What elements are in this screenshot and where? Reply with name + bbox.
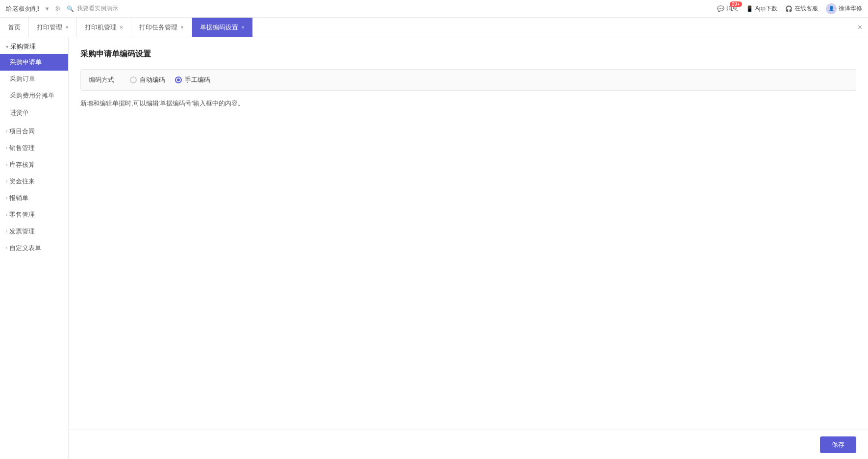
- sidebar-item-stock-in-label: 进货单: [10, 109, 29, 116]
- online-service-button[interactable]: 🎧 在线客服: [785, 4, 818, 13]
- tab-single-barcode-close[interactable]: ×: [241, 24, 245, 31]
- tab-home-label: 首页: [8, 23, 21, 32]
- main-layout: ▾ 采购管理 采购申请单 采购订单 采购费用分摊单 进货单 › 项目合同 › 销…: [0, 37, 868, 459]
- auto-code-radio[interactable]: 自动编码: [130, 76, 165, 84]
- tab-print-task-label: 打印任务管理: [139, 23, 177, 32]
- sidebar-item-capital[interactable]: › 资金往来: [0, 173, 68, 190]
- sidebar-item-retail[interactable]: › 零售管理: [0, 206, 68, 223]
- headset-icon: 🎧: [785, 5, 793, 12]
- app-logo: 给老板勿削!: [6, 4, 40, 13]
- gear-icon[interactable]: ⚙: [55, 5, 61, 12]
- search-icon: 🔍: [67, 5, 74, 12]
- top-bar-left: 给老板勿削! ▾ ⚙ 🔍 我要看实例演示: [6, 4, 118, 13]
- page-title: 采购申请单编码设置: [80, 49, 856, 59]
- search-placeholder-text: 我要看实例演示: [77, 4, 118, 13]
- sidebar-item-purchase-request-label: 采购申请单: [10, 58, 42, 66]
- app-icon: 📱: [746, 5, 753, 12]
- tab-home[interactable]: 首页: [0, 18, 29, 37]
- hint-text: 新增和编辑单据时,可以编辑'单据编码号'输入框中的内容。: [80, 99, 856, 109]
- sidebar-item-returns[interactable]: › 报销单: [0, 190, 68, 206]
- user-menu[interactable]: 👤 徐泽华修: [826, 3, 862, 14]
- tab-single-barcode-label: 单据编码设置: [200, 23, 238, 32]
- chevron-right-icon: ›: [6, 212, 7, 217]
- sidebar-item-invoice-label: 发票管理: [9, 227, 35, 236]
- content-footer: 保存: [69, 430, 868, 459]
- top-bar: 给老板勿削! ▾ ⚙ 🔍 我要看实例演示 💬 消息 99+ 📱 App下数 🎧 …: [0, 0, 868, 18]
- encoding-label: 编码方式: [89, 76, 118, 84]
- chevron-right-icon: ›: [6, 229, 7, 234]
- encoding-section: 编码方式 自动编码 手工编码: [80, 69, 856, 91]
- chevron-right-icon: ›: [6, 245, 7, 251]
- tab-bar-close-button[interactable]: ×: [852, 23, 868, 32]
- tab-printer-manage[interactable]: 打印机管理 ×: [77, 18, 131, 37]
- chevron-right-icon: ›: [6, 195, 7, 201]
- sidebar-item-inventory[interactable]: › 库存核算: [0, 156, 68, 173]
- tab-bar: 首页 打印管理 × 打印机管理 × 打印任务管理 × 单据编码设置 × ×: [0, 18, 868, 37]
- chevron-right-icon: ›: [6, 145, 7, 151]
- sidebar: ▾ 采购管理 采购申请单 采购订单 采购费用分摊单 进货单 › 项目合同 › 销…: [0, 37, 69, 459]
- online-service-label: 在线客服: [794, 4, 818, 13]
- sidebar-item-capital-label: 资金往来: [9, 177, 35, 186]
- sidebar-item-custom-form[interactable]: › 自定义表单: [0, 240, 68, 256]
- app-download-button[interactable]: 📱 App下数: [746, 4, 777, 13]
- content-area: 采购申请单编码设置 编码方式 自动编码 手工编码 新增和编辑单据时,可以编辑'单…: [69, 37, 868, 430]
- encoding-radio-group: 自动编码 手工编码: [130, 76, 210, 84]
- sidebar-item-custom-form-label: 自定义表单: [9, 244, 41, 253]
- sidebar-group-purchase-title[interactable]: ▾ 采购管理: [0, 37, 68, 54]
- sidebar-item-sales-manage[interactable]: › 销售管理: [0, 140, 68, 156]
- sidebar-item-purchase-expense-label: 采购费用分摊单: [10, 92, 54, 99]
- sidebar-item-project-contract[interactable]: › 项目合同: [0, 123, 68, 140]
- manual-code-radio-circle: [175, 76, 182, 83]
- top-bar-right: 💬 消息 99+ 📱 App下数 🎧 在线客服 👤 徐泽华修: [717, 3, 862, 14]
- tab-single-barcode[interactable]: 单据编码设置 ×: [192, 18, 253, 37]
- user-name: 徐泽华修: [839, 4, 862, 13]
- sidebar-item-purchase-request[interactable]: 采购申请单: [0, 54, 68, 71]
- sidebar-item-inventory-label: 库存核算: [9, 160, 35, 169]
- sidebar-item-project-contract-label: 项目合同: [9, 127, 35, 136]
- chevron-right-icon: ›: [6, 178, 7, 184]
- sidebar-item-returns-label: 报销单: [9, 194, 28, 203]
- manual-code-radio[interactable]: 手工编码: [175, 76, 210, 84]
- search-bar[interactable]: 🔍 我要看实例演示: [67, 4, 118, 13]
- auto-code-radio-circle: [130, 76, 137, 83]
- sidebar-item-sales-manage-label: 销售管理: [9, 144, 35, 153]
- auto-code-label: 自动编码: [140, 76, 165, 84]
- sidebar-item-purchase-order-label: 采购订单: [10, 75, 35, 82]
- sidebar-item-purchase-order[interactable]: 采购订单: [0, 71, 68, 87]
- message-button[interactable]: 💬 消息 99+: [717, 4, 738, 13]
- chevron-down-icon[interactable]: ▾: [46, 5, 49, 12]
- message-badge: 99+: [730, 1, 742, 7]
- tab-printer-manage-label: 打印机管理: [85, 23, 117, 32]
- sidebar-group-purchase-label: 采购管理: [10, 42, 36, 51]
- tab-print-manage-label: 打印管理: [37, 23, 62, 32]
- chevron-down-icon: ▾: [6, 44, 8, 50]
- sidebar-item-stock-in[interactable]: 进货单: [0, 104, 68, 121]
- tab-print-task-close[interactable]: ×: [180, 24, 184, 31]
- sidebar-item-retail-label: 零售管理: [9, 210, 35, 219]
- message-icon: 💬: [717, 5, 724, 12]
- save-button[interactable]: 保存: [820, 436, 856, 453]
- chevron-right-icon: ›: [6, 128, 7, 134]
- main-content: 采购申请单编码设置 编码方式 自动编码 手工编码 新增和编辑单据时,可以编辑'单…: [69, 37, 868, 459]
- tab-print-task[interactable]: 打印任务管理 ×: [131, 18, 192, 37]
- tab-printer-manage-close[interactable]: ×: [120, 24, 123, 31]
- sidebar-item-purchase-expense[interactable]: 采购费用分摊单: [0, 87, 68, 104]
- sidebar-group-purchase: ▾ 采购管理 采购申请单 采购订单 采购费用分摊单 进货单: [0, 37, 68, 121]
- chevron-right-icon: ›: [6, 162, 7, 167]
- sidebar-item-invoice[interactable]: › 发票管理: [0, 223, 68, 240]
- avatar: 👤: [826, 3, 837, 14]
- manual-code-label: 手工编码: [185, 76, 210, 84]
- tab-print-manage[interactable]: 打印管理 ×: [29, 18, 77, 37]
- tab-print-manage-close[interactable]: ×: [65, 24, 69, 31]
- app-download-label: App下数: [755, 4, 777, 13]
